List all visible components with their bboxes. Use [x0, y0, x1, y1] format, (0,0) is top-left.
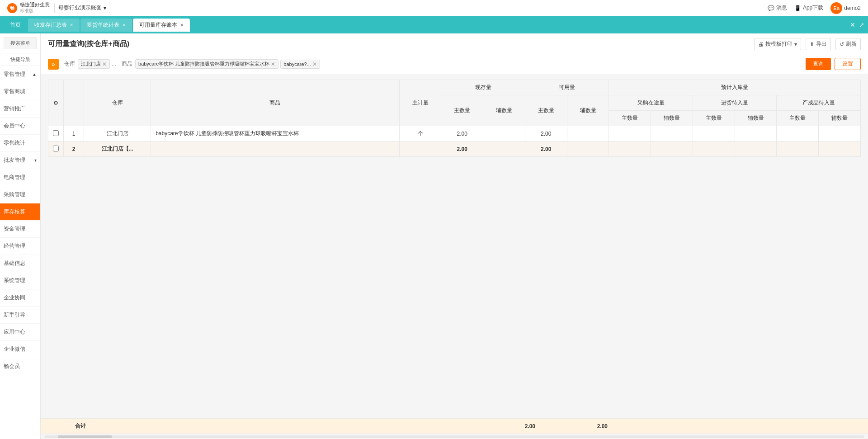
sidebar-label-marketing: 营销推广 — [4, 105, 25, 113]
sidebar-item-app-center[interactable]: 应用中心 — [0, 324, 40, 341]
cell-incoming-main — [693, 126, 735, 142]
tab-close-0[interactable]: ✕ — [70, 23, 73, 28]
app-download-btn[interactable]: 📱 App下载 — [794, 4, 823, 12]
data-table: ⚙ 仓库 商品 主计量 现存量 可用量 预计入库量 主数量 辅数量 主数量 — [48, 80, 861, 157]
sidebar-label-retail-stats: 零售统计 — [4, 139, 25, 147]
sidebar-item-vip[interactable]: 畅会员 — [0, 358, 40, 375]
sidebar-item-enterprise[interactable]: 企业协同 — [0, 289, 40, 307]
cell-stock-main: 2.00 — [441, 126, 483, 142]
tab-collect-summary[interactable]: 收发存汇总表 ✕ — [28, 19, 80, 32]
quick-nav-btn[interactable]: 快捷导航 — [0, 53, 40, 66]
sidebar-item-inventory[interactable]: 库存核算 — [0, 203, 40, 221]
table-row[interactable]: 1 江北门店 babycare学饮杯 儿童防摔防撞吸管杯重力球吸嘴杯宝宝水杯 个… — [48, 126, 861, 142]
sidebar-label-enterprise: 企业协同 — [4, 294, 25, 302]
product-tag-remove[interactable]: ✕ — [271, 61, 275, 67]
sidebar-item-members[interactable]: 会员中心 — [0, 118, 40, 135]
scroll-bar[interactable] — [41, 434, 868, 439]
th-stock-aux: 辅数量 — [483, 95, 525, 126]
scroll-thumb[interactable] — [58, 435, 112, 438]
th-settings: ⚙ — [48, 80, 64, 126]
filter-bar: » 仓库 江北门店 ✕ ... 商品 babycare学饮杯 儿童防摔防撞吸管杯… — [41, 54, 868, 74]
product-tag-label: babycare学饮杯 儿童防摔防撞吸管杯重力球吸嘴杯宝宝水杯 — [138, 61, 269, 67]
refresh-btn[interactable]: ↺ 刷新 — [835, 38, 861, 50]
sidebar-label-purchase: 采购管理 — [4, 191, 25, 198]
table-footer: 合计 2.00 2.00 — [41, 418, 868, 434]
tab-order-stats[interactable]: 要货单统计表 ✕ — [80, 19, 132, 32]
th-production-main: 主数量 — [777, 111, 819, 126]
maximize-icon[interactable]: ⤢ — [859, 21, 864, 28]
sidebar-search: 搜索菜单 — [0, 33, 40, 53]
cell-checkbox[interactable] — [48, 142, 64, 157]
sidebar-item-retail-shop[interactable]: 零售商城 — [0, 83, 40, 100]
th-purchase-main: 主数量 — [609, 111, 651, 126]
sidebar-label-retail-mgmt: 零售管理 — [4, 71, 25, 78]
sidebar-item-ecommerce[interactable]: 电商管理 — [0, 169, 40, 186]
sidebar-item-system[interactable]: 系统管理 — [0, 272, 40, 289]
settings-btn[interactable]: 设置 — [835, 58, 861, 70]
cell-unit: 个 — [399, 126, 441, 142]
sidebar-item-retail-mgmt[interactable]: 零售管理 ▲ — [0, 66, 40, 83]
th-incoming-main: 主数量 — [693, 111, 735, 126]
sidebar-item-purchase[interactable]: 采购管理 — [0, 186, 40, 203]
industry-label: 母婴行业演示账套 — [58, 4, 102, 12]
sidebar-item-wechat[interactable]: 企业微信 — [0, 341, 40, 358]
tab-label-1: 要货单统计表 — [87, 21, 119, 29]
phone-icon: 📱 — [794, 5, 801, 11]
table-container: ⚙ 仓库 商品 主计量 现存量 可用量 预计入库量 主数量 辅数量 主数量 — [41, 74, 868, 418]
close-window-icon[interactable]: ✕ — [850, 21, 855, 28]
print-icon: 🖨 — [758, 41, 764, 47]
th-product: 商品 — [151, 80, 400, 126]
sidebar-item-wholesale[interactable]: 批发管理 ▾ — [0, 152, 40, 169]
sidebar-label-guide: 新手引导 — [4, 311, 25, 319]
industry-selector[interactable]: 母婴行业演示账套 ▾ — [54, 3, 110, 13]
tab-close-2[interactable]: ✕ — [180, 23, 184, 28]
cell-checkbox[interactable] — [48, 126, 64, 142]
th-available-aux: 辅数量 — [567, 95, 609, 126]
query-btn[interactable]: 查询 — [806, 58, 831, 70]
sidebar-label-ecommerce: 电商管理 — [4, 174, 25, 181]
warehouse-tag-remove[interactable]: ✕ — [102, 61, 107, 67]
warehouse-tag-1: 江北门店 ✕ — [78, 59, 110, 69]
cell-incoming-main — [693, 142, 735, 157]
table-row[interactable]: 2 江北门店【... 2.00 2.00 — [48, 142, 861, 157]
sidebar-item-finance[interactable]: 资金管理 — [0, 221, 40, 238]
chevron-icon: ▲ — [32, 72, 37, 77]
th-purchase-aux: 辅数量 — [651, 111, 693, 126]
message-btn[interactable]: 💬 消息 — [768, 4, 787, 12]
search-menu-btn[interactable]: 搜索菜单 — [4, 37, 37, 49]
warehouse-more-btn[interactable]: ... — [112, 61, 116, 67]
product-tag-2-label: babycare?... — [283, 61, 311, 67]
filter-expand-btn[interactable]: » — [48, 59, 59, 70]
cell-production-main — [777, 126, 819, 142]
top-bar-left: 畅 畅捷通好生意 标准版 母婴行业演示账套 ▾ — [7, 2, 110, 14]
sidebar-item-retail-stats[interactable]: 零售统计 — [0, 135, 40, 152]
warehouse-filter: 仓库 江北门店 ✕ ... — [64, 59, 116, 69]
product-tag-2-remove[interactable]: ✕ — [312, 61, 317, 67]
brand: 畅 畅捷通好生意 标准版 — [7, 2, 50, 14]
brand-name: 畅捷通好生意 — [20, 2, 50, 8]
column-settings-icon[interactable]: ⚙ — [53, 100, 58, 106]
th-production-group: 产成品待入量 — [777, 95, 861, 111]
export-btn[interactable]: ⬆ 导出 — [806, 38, 831, 50]
sidebar-item-marketing[interactable]: 营销推广 — [0, 100, 40, 118]
brand-info: 畅捷通好生意 标准版 — [20, 2, 50, 14]
product-tag-2: babycare?... ✕ — [280, 60, 320, 69]
tab-close-1[interactable]: ✕ — [122, 23, 126, 28]
sidebar-label-basic-info: 基础信息 — [4, 260, 25, 267]
product-filter-label: 商品 — [122, 60, 132, 68]
cell-production-aux — [819, 142, 861, 157]
top-bar-right: 💬 消息 📱 App下载 Ea demo2 — [768, 2, 861, 14]
sidebar-item-operations[interactable]: 经营管理 — [0, 238, 40, 255]
tab-home[interactable]: 首页 — [4, 19, 27, 32]
th-incoming-aux: 辅数量 — [735, 111, 777, 126]
main-layout: 搜索菜单 快捷导航 零售管理 ▲ 零售商城 营销推广 会员中心 零售统计 批发管… — [0, 33, 868, 439]
sidebar-label-vip: 畅会员 — [4, 363, 20, 370]
tab-available-stock[interactable]: 可用量库存账本 ✕ — [133, 19, 190, 32]
cell-warehouse: 江北门店 — [84, 126, 151, 142]
th-planned-group: 预计入库量 — [609, 80, 861, 95]
sidebar-item-basic-info[interactable]: 基础信息 — [0, 255, 40, 272]
user-menu[interactable]: Ea demo2 — [830, 2, 861, 14]
sidebar-item-guide[interactable]: 新手引导 — [0, 307, 40, 324]
tab-label-2: 可用量库存账本 — [139, 21, 177, 29]
print-btn[interactable]: 🖨 按模板打印 ▾ — [754, 38, 801, 50]
